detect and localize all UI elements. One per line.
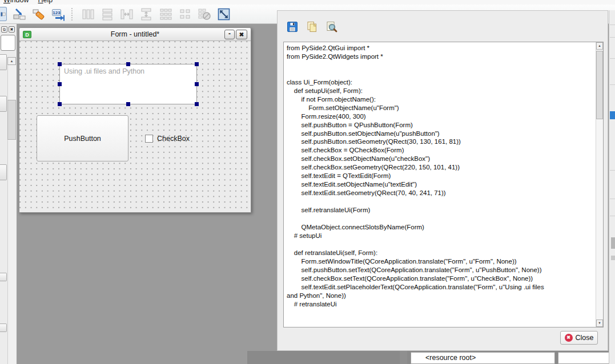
widget-filter-input[interactable]: [1, 35, 15, 51]
find-icon[interactable]: [324, 19, 339, 34]
row-separator: [610, 37, 615, 38]
row-separator: [610, 199, 615, 199]
edit-tab-order-icon[interactable]: 123: [51, 7, 65, 21]
view-code-dialog: from PySide2.QtGui import * from PySide2…: [277, 10, 608, 351]
selection-handle[interactable]: [58, 62, 62, 66]
form-canvas[interactable]: Using .ui files and Python PushButton Ch…: [19, 41, 251, 212]
edit-buddies-icon[interactable]: [31, 7, 46, 21]
layout-form-icon: [178, 7, 192, 21]
pushbutton-widget[interactable]: PushButton: [37, 115, 128, 161]
scrollbar-thumb[interactable]: [611, 256, 615, 260]
row-separator: [610, 58, 615, 59]
form-window-titlebar[interactable]: D Form - untitled* - ✖: [19, 28, 251, 41]
checkbox-label: CheckBox: [157, 135, 190, 143]
selection-handle[interactable]: [195, 102, 199, 106]
qt-designer-screen: { "menubar": { "window_label": "Window",…: [0, 0, 615, 364]
selection-handle[interactable]: [58, 102, 62, 106]
widget-box-panel: ⧉ ✖ ▲: [0, 24, 17, 364]
close-x-icon: ✖: [565, 334, 573, 342]
scroll-down-icon[interactable]: ▼: [596, 319, 603, 327]
selection-handle[interactable]: [195, 82, 199, 86]
selection-handle[interactable]: [126, 62, 130, 66]
break-layout-icon: [197, 7, 211, 21]
menu-window[interactable]: Window: [3, 0, 29, 4]
row-separator: [610, 25, 615, 25]
form-window-title: Form - untitled*: [19, 30, 251, 38]
form-editor-window: D Form - untitled* - ✖ Using .ui files a…: [19, 27, 251, 213]
adjust-size-icon[interactable]: [216, 7, 231, 21]
copy-icon[interactable]: [304, 19, 319, 34]
layout-vertical-icon: [100, 7, 114, 21]
layout-horizontal-splitter-icon: [119, 7, 134, 21]
code-view[interactable]: from PySide2.QtGui import * from PySide2…: [283, 42, 604, 327]
selection-handle[interactable]: [126, 102, 130, 106]
save-icon[interactable]: [285, 19, 300, 34]
svg-text:123: 123: [53, 10, 61, 15]
edit-widgets-icon[interactable]: [0, 7, 7, 21]
scrollbar-thumb[interactable]: [596, 51, 603, 119]
selected-row-highlight[interactable]: [610, 111, 615, 119]
resource-list-panel[interactable]: [558, 352, 615, 364]
selection-handle[interactable]: [58, 82, 62, 86]
widget-category-row[interactable]: [0, 164, 7, 180]
selection-handle[interactable]: [195, 62, 199, 66]
code-scrollbar[interactable]: ▲ ▼: [596, 42, 603, 327]
row-separator: [610, 170, 615, 171]
layout-horizontal-icon: [81, 7, 95, 21]
generated-code[interactable]: from PySide2.QtGui import * from PySide2…: [287, 44, 594, 326]
row-separator: [610, 84, 615, 85]
widget-category-row[interactable]: [0, 96, 7, 112]
checkbox-widget[interactable]: CheckBox: [145, 127, 203, 150]
edit-signals-slots-icon[interactable]: [12, 7, 26, 21]
close-button-label: Close: [576, 334, 594, 342]
scrollbar-thumb[interactable]: [7, 100, 16, 140]
textedit-placeholder: Using .ui files and Python: [60, 64, 196, 78]
dialog-close-button[interactable]: ✖ Close: [560, 331, 598, 345]
close-button[interactable]: ✖: [236, 30, 247, 39]
widget-category-row[interactable]: [0, 54, 7, 70]
widget-category-row[interactable]: [0, 273, 7, 281]
scroll-up-icon[interactable]: ▲: [596, 42, 603, 50]
property-editor-sliver: [609, 10, 615, 364]
resource-tree-panel[interactable]: <resource root>: [411, 352, 555, 364]
resource-splitter[interactable]: [400, 349, 407, 364]
menu-bar: Window Help: [0, 0, 615, 5]
row-separator: [610, 216, 615, 216]
code-dialog-toolbar: [285, 19, 339, 34]
toolbar-separator: [71, 8, 74, 21]
scroll-up-icon[interactable]: ▲: [7, 57, 16, 65]
minimize-button[interactable]: -: [224, 30, 235, 39]
dock-close-icon[interactable]: ✖: [9, 26, 15, 33]
layout-grid-icon: [158, 7, 172, 21]
scrollbar-thumb[interactable]: [611, 237, 615, 249]
checkbox-box[interactable]: [145, 135, 153, 143]
dock-float-icon[interactable]: ⧉: [1, 26, 7, 33]
layout-vertical-splitter-icon: [139, 7, 153, 21]
resource-root-item[interactable]: <resource root>: [425, 354, 476, 362]
textedit-widget[interactable]: Using .ui files and Python: [59, 64, 197, 104]
menu-help[interactable]: Help: [38, 0, 53, 4]
widget-category-row[interactable]: [0, 323, 7, 332]
